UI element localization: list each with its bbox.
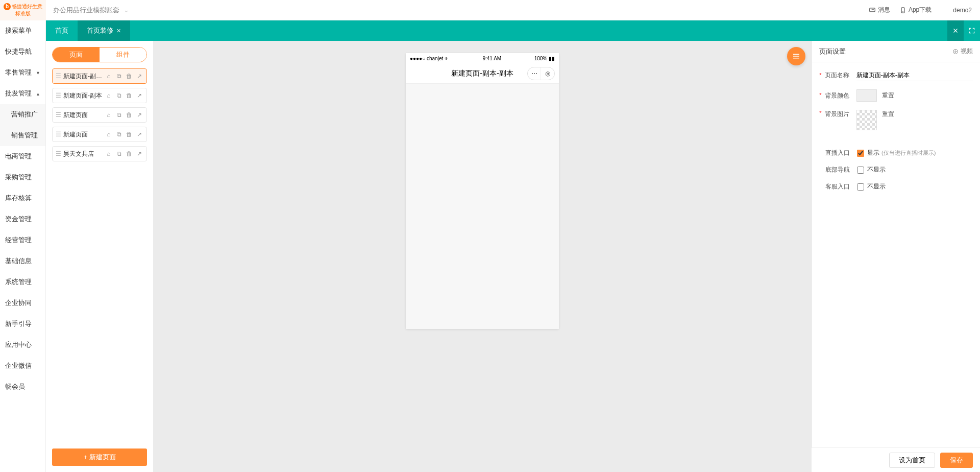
chevron-down-icon: ⌄ [124, 6, 129, 14]
app-download-label: App下载 [909, 6, 932, 14]
username: demo2 [953, 7, 972, 14]
left-nav: 搜索菜单 快捷导航 零售管理▼ 批发管理▲ 营销推广 销售管理 电商管理 采购管… [0, 20, 46, 41]
logo-sub: 标准版 [15, 10, 31, 17]
svg-point-2 [902, 11, 903, 12]
phone-icon [899, 7, 906, 14]
tab-home[interactable]: 首页 [46, 20, 78, 41]
top-header: b畅捷通好生意 标准版 办公用品行业模拟账套 ⌄ 消息 App下载 demo2 [0, 0, 980, 20]
logo[interactable]: b畅捷通好生意 标准版 [0, 0, 46, 20]
message-icon [869, 7, 876, 14]
app-download-link[interactable]: App下载 [899, 6, 932, 14]
close-icon[interactable]: ✕ [116, 28, 121, 34]
nav-search[interactable]: 搜索菜单 [0, 20, 45, 41]
messages-link[interactable]: 消息 [869, 6, 890, 14]
fullscreen-icon [968, 27, 975, 34]
fullscreen-button[interactable] [964, 20, 980, 41]
account-name: 办公用品行业模拟账套 [53, 6, 119, 15]
tabs-right [947, 20, 980, 41]
account-selector[interactable]: 办公用品行业模拟账套 ⌄ [53, 6, 129, 15]
tab-decorate-label: 首页装修 [87, 26, 113, 35]
logo-icon: b [4, 3, 11, 10]
tab-decorate[interactable]: 首页装修 ✕ [78, 20, 130, 41]
tab-home-label: 首页 [55, 26, 68, 35]
tabs-bar: 首页 首页装修 ✕ [0, 20, 980, 41]
logo-text: 畅捷通好生意 [12, 3, 42, 10]
close-icon [952, 27, 959, 34]
messages-label: 消息 [878, 6, 890, 14]
tab-close-all[interactable] [947, 20, 964, 41]
svg-rect-0 [870, 8, 875, 11]
header-right: 消息 App下载 demo2 [869, 5, 980, 15]
avatar [941, 5, 951, 15]
user-menu[interactable]: demo2 [941, 5, 972, 15]
nav-label: 搜索菜单 [5, 27, 32, 35]
